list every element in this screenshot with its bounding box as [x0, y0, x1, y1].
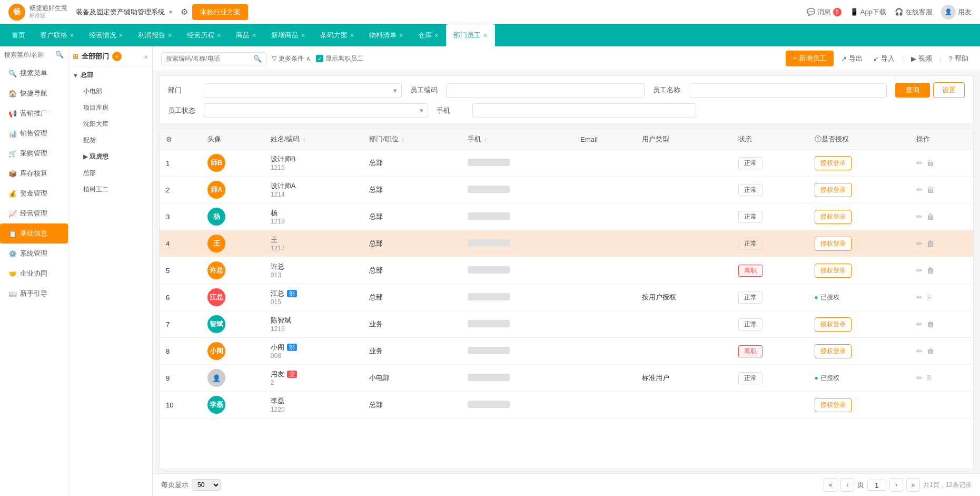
edit-icon[interactable]: ✏: [916, 159, 923, 167]
delete-icon[interactable]: 🗑: [927, 186, 934, 194]
auth-button[interactable]: 授权登录: [815, 344, 852, 358]
sidebar-item-purchase[interactable]: 🛒 采购管理: [0, 143, 68, 163]
export-button[interactable]: ↗ 导出: [838, 52, 866, 65]
user-item[interactable]: 👤 用友: [941, 5, 972, 20]
dept-item-hq[interactable]: 总部: [79, 165, 152, 181]
last-page-btn[interactable]: »: [906, 478, 920, 492]
tab-goods-close[interactable]: ✕: [252, 32, 256, 39]
tab-new-goods-close[interactable]: ✕: [301, 32, 305, 39]
sidebar-item-system[interactable]: ⚙️ 系统管理: [0, 244, 68, 264]
auth-button[interactable]: 授权登录: [815, 317, 852, 332]
help-button[interactable]: ? 帮助: [946, 52, 972, 65]
per-page-select[interactable]: 50 100: [192, 479, 221, 491]
sidebar-item-finance[interactable]: 💰 资金管理: [0, 183, 68, 203]
edit-icon[interactable]: ✏: [916, 266, 923, 275]
dept-item-headquarter[interactable]: ▼ 总部: [68, 67, 152, 83]
delete-icon[interactable]: 🗑: [927, 347, 934, 355]
sidebar-search-icon[interactable]: 🔍: [55, 51, 64, 59]
dept-item-warehouse[interactable]: 项目库房: [79, 100, 152, 116]
edit-icon[interactable]: ✏: [916, 212, 923, 221]
tab-warehouse-close[interactable]: ✕: [434, 32, 439, 39]
dept-item-distribution[interactable]: 配货: [79, 132, 152, 149]
show-resigned-toggle[interactable]: ✓ 显示离职员工: [316, 54, 363, 63]
system-dropdown-icon[interactable]: ▾: [169, 8, 172, 16]
tab-new-goods[interactable]: 新增商品 ✕: [264, 24, 313, 46]
dept-item-electronics[interactable]: 小电部: [79, 83, 152, 100]
sidebar-item-marketing[interactable]: 📢 营销推广: [0, 103, 68, 123]
dept-tree-collapse[interactable]: «: [144, 53, 148, 61]
auth-button[interactable]: 授权登录: [815, 264, 852, 278]
tab-employees-close[interactable]: ✕: [483, 32, 488, 39]
more-conditions[interactable]: ▽ 更多条件 ∧: [272, 54, 311, 63]
tab-employees[interactable]: 部门员工 ✕: [446, 24, 495, 46]
online-service-item[interactable]: 🎧 在线客服: [895, 7, 933, 17]
sidebar-item-inventory[interactable]: 📦 库存核算: [0, 163, 68, 183]
delete-icon[interactable]: 🗑: [927, 239, 934, 248]
tab-customer-close[interactable]: ✕: [70, 32, 74, 39]
copy-icon[interactable]: ⎘: [927, 293, 931, 302]
import-button[interactable]: ↙ 导入: [870, 52, 898, 65]
phone-input[interactable]: [472, 103, 697, 118]
sidebar-item-management[interactable]: 📈 经营管理: [0, 203, 68, 223]
edit-icon[interactable]: ✏: [916, 239, 923, 248]
sidebar-item-collab[interactable]: 🤝 企业协同: [0, 264, 68, 284]
edit-icon[interactable]: ✏: [916, 186, 923, 194]
sidebar-item-guide[interactable]: 📖 新手引导: [0, 284, 68, 304]
search-button[interactable]: 查询: [895, 83, 930, 98]
auth-button[interactable]: 授权登录: [815, 183, 852, 197]
sidebar-item-sales[interactable]: 📊 销售管理: [0, 123, 68, 143]
col-name[interactable]: 姓名/编码 ↕: [264, 129, 363, 150]
edit-icon[interactable]: ✏: [916, 320, 923, 328]
first-page-btn[interactable]: «: [824, 478, 837, 492]
col-dept[interactable]: 部门/职位 ↕: [363, 129, 461, 150]
dept-item-shuanghu[interactable]: ▶ 双虎想: [79, 149, 152, 165]
search-input[interactable]: [166, 55, 251, 62]
delete-icon[interactable]: 🗑: [927, 212, 934, 221]
auth-button[interactable]: 授权登录: [815, 237, 852, 251]
page-input[interactable]: [867, 480, 886, 491]
delete-icon[interactable]: 🗑: [927, 159, 934, 167]
status-select[interactable]: ▾: [204, 103, 428, 118]
trial-button[interactable]: 体验行业方案: [192, 4, 248, 20]
copy-icon[interactable]: ⎘: [927, 374, 931, 382]
tab-history-close[interactable]: ✕: [216, 32, 221, 39]
message-item[interactable]: 💬 消息 5: [807, 7, 842, 17]
edit-icon[interactable]: ✏: [916, 347, 923, 355]
next-page-btn[interactable]: ›: [889, 478, 903, 492]
auth-button[interactable]: 授权登录: [815, 210, 852, 224]
tab-warehouse[interactable]: 仓库 ✕: [411, 24, 446, 46]
dept-item-zhishu[interactable]: 植树王二: [79, 181, 152, 198]
emp-code-input[interactable]: [446, 83, 644, 98]
auth-button[interactable]: 授权登录: [815, 398, 852, 412]
set-button[interactable]: 设置: [933, 82, 965, 98]
tab-operation-close[interactable]: ✕: [118, 32, 123, 39]
prev-page-btn[interactable]: ‹: [840, 478, 854, 492]
app-download-item[interactable]: 📱 App下载: [850, 7, 886, 17]
edit-icon[interactable]: ✏: [916, 293, 923, 302]
sidebar-item-search[interactable]: 🔍 搜索菜单: [0, 63, 68, 83]
tab-profit-close[interactable]: ✕: [167, 32, 172, 39]
edit-icon[interactable]: ✏: [916, 374, 923, 382]
tab-bom[interactable]: 物料清单 ✕: [362, 24, 411, 46]
auth-button[interactable]: 授权登录: [815, 156, 852, 170]
tab-history[interactable]: 经营历程 ✕: [180, 24, 229, 46]
sidebar-item-basic[interactable]: 📋 基础信息: [0, 223, 68, 244]
sidebar-item-nav[interactable]: 🏠 快捷导航: [0, 83, 68, 103]
tab-home[interactable]: 首页: [4, 24, 33, 46]
tab-barcode[interactable]: 条码方案 ✕: [313, 24, 362, 46]
dept-add-icon[interactable]: +: [112, 52, 122, 61]
delete-icon[interactable]: 🗑: [927, 266, 934, 275]
tab-profit[interactable]: 利润报告 ✕: [131, 24, 180, 46]
tab-bom-close[interactable]: ✕: [399, 32, 403, 39]
delete-icon[interactable]: 🗑: [927, 320, 934, 328]
tab-barcode-close[interactable]: ✕: [350, 32, 354, 39]
dept-select[interactable]: ▾: [204, 83, 402, 98]
tab-customer[interactable]: 客户联络 ✕: [33, 24, 82, 46]
settings-icon[interactable]: ⚙: [181, 7, 188, 17]
dept-item-shenyang[interactable]: 沈阳大库: [79, 116, 152, 132]
tab-goods[interactable]: 商品 ✕: [229, 24, 264, 46]
add-employee-button[interactable]: + 新增员工: [786, 51, 834, 66]
tab-operation[interactable]: 经营情况 ✕: [82, 24, 131, 46]
emp-name-input[interactable]: [689, 83, 887, 98]
col-settings[interactable]: ⚙: [160, 129, 201, 150]
